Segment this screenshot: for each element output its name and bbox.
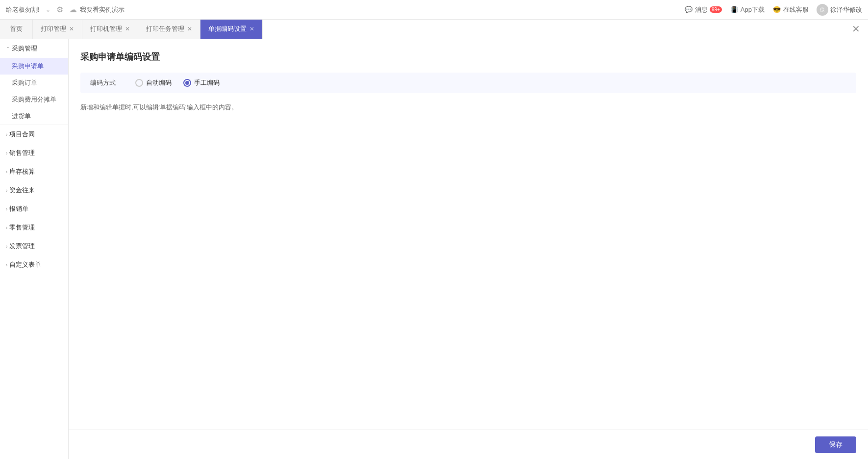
sidebar-item-custom-form[interactable]: › 自定义表单 [0, 255, 68, 274]
sidebar-item-purchase-expense-label: 采购费用分摊单 [12, 96, 56, 103]
download-icon: 📳 [730, 5, 739, 14]
sidebar-item-sales-management-label: 销售管理 [9, 149, 35, 157]
message-button[interactable]: 💬 消息 99+ [684, 5, 722, 14]
chevron-right-icon: › [6, 169, 7, 175]
close-all-tabs-button[interactable]: ✕ [844, 19, 868, 39]
sidebar-item-invoice[interactable]: › 发票管理 [0, 237, 68, 255]
description-text: 新增和编辑单据时,可以编辑'单据编码'输入框中的内容。 [80, 103, 856, 112]
sidebar-item-custom-form-label: 自定义表单 [9, 260, 41, 269]
chevron-right-icon: › [6, 262, 7, 268]
footer-bar: 保存 [69, 430, 868, 459]
chevron-right-icon: › [6, 188, 7, 193]
sidebar-item-project-contract-label: 项目合同 [9, 130, 35, 139]
sidebar-item-inventory-label: 库存核算 [9, 167, 35, 176]
sidebar-item-retail[interactable]: › 零售管理 [0, 218, 68, 237]
radio-manual-code[interactable]: 手工编码 [183, 78, 220, 87]
chevron-right-icon: › [6, 151, 7, 156]
content-inner: 采购申请单编码设置 编码方式 自动编码 手工编码 新增和编辑单据时,可以编辑'单… [69, 39, 868, 430]
tab-printer-management-label: 打印机管理 [90, 25, 122, 33]
top-bar: 给老板勿割! ⌄ ⚙ ☁ 我要看实例演示 💬 消息 99+ 📳 App下载 😎 … [0, 0, 868, 20]
sidebar-item-purchase-order[interactable]: 采购订单 [0, 75, 68, 91]
radio-auto-code[interactable]: 自动编码 [135, 78, 172, 87]
message-icon: 💬 [684, 5, 693, 14]
sidebar-item-retail-label: 零售管理 [9, 223, 35, 232]
user-name: 徐泽华修改 [830, 5, 862, 14]
close-icon[interactable]: ✕ [69, 26, 74, 32]
radio-manual-label: 手工编码 [194, 78, 220, 87]
tab-print-task-management[interactable]: 打印任务管理 ✕ [138, 19, 200, 39]
gear-icon[interactable]: ⚙ [56, 5, 63, 14]
close-icon[interactable]: ✕ [187, 26, 192, 32]
radio-auto-label: 自动编码 [146, 78, 172, 87]
chevron-down-icon[interactable]: ⌄ [46, 6, 50, 13]
sidebar-item-purchase-request-label: 采购申请单 [12, 62, 44, 70]
sidebar-item-purchase-receipt[interactable]: 进货单 [0, 108, 68, 125]
app-download-button[interactable]: 📳 App下载 [730, 5, 765, 14]
chevron-right-icon: › [6, 206, 7, 212]
close-icon[interactable]: ✕ [249, 26, 254, 32]
online-service-button[interactable]: 😎 在线客服 [772, 5, 809, 14]
sidebar-group-purchase: ⌃ 采购管理 采购申请单 采购订单 采购费用分摊单 进货单 [0, 39, 68, 125]
sidebar-item-purchase-request[interactable]: 采购申请单 [0, 58, 68, 75]
chevron-down-icon: ⌃ [6, 46, 10, 51]
sidebar-item-expense-claim[interactable]: › 报销单 [0, 200, 68, 218]
avatar: 徐 [817, 4, 828, 16]
close-icon[interactable]: ✕ [125, 26, 130, 32]
sidebar: ⌃ 采购管理 采购申请单 采购订单 采购费用分摊单 进货单 › 项目合同 › 销… [0, 39, 69, 459]
tab-bar: 首页 打印管理 ✕ 打印机管理 ✕ 打印任务管理 ✕ 单据编码设置 ✕ ✕ [0, 20, 868, 39]
sidebar-item-inventory[interactable]: › 库存核算 [0, 162, 68, 181]
message-label: 消息 [695, 5, 708, 14]
content-area: 采购申请单编码设置 编码方式 自动编码 手工编码 新增和编辑单据时,可以编辑'单… [69, 39, 868, 459]
chevron-right-icon: › [6, 132, 7, 137]
radio-manual-circle [183, 79, 191, 87]
main-layout: ⌃ 采购管理 采购申请单 采购订单 采购费用分摊单 进货单 › 项目合同 › 销… [0, 39, 868, 459]
sidebar-item-purchase-receipt-label: 进货单 [12, 112, 31, 120]
app-title: 给老板勿割! [6, 5, 40, 14]
tab-printer-management[interactable]: 打印机管理 ✕ [82, 19, 138, 39]
tab-print-management[interactable]: 打印管理 ✕ [33, 19, 82, 39]
top-bar-right: 💬 消息 99+ 📳 App下载 😎 在线客服 徐 徐泽华修改 [684, 4, 862, 16]
radio-group: 自动编码 手工编码 [135, 78, 220, 87]
tab-print-management-label: 打印管理 [41, 25, 66, 33]
top-bar-left: 给老板勿割! ⌄ ⚙ ☁ 我要看实例演示 [6, 5, 124, 14]
cloud-icon: ☁ [69, 5, 77, 14]
tab-home-label: 首页 [10, 25, 23, 33]
sidebar-item-invoice-label: 发票管理 [9, 242, 35, 251]
sidebar-item-expense-claim-label: 报销单 [9, 204, 28, 213]
demo-label: 我要看实例演示 [80, 5, 124, 14]
tab-code-settings-label: 单据编码设置 [208, 25, 247, 33]
online-service-label: 在线客服 [783, 5, 809, 14]
radio-auto-circle [135, 79, 143, 87]
headset-icon: 😎 [772, 5, 781, 14]
sidebar-group-purchase-title[interactable]: ⌃ 采购管理 [0, 39, 68, 58]
tab-home[interactable]: 首页 [0, 19, 33, 39]
sidebar-item-purchase-expense[interactable]: 采购费用分摊单 [0, 91, 68, 108]
sidebar-item-funds[interactable]: › 资金往来 [0, 181, 68, 200]
encoding-section: 编码方式 自动编码 手工编码 [80, 73, 856, 93]
save-button[interactable]: 保存 [815, 436, 856, 453]
sidebar-group-purchase-label: 采购管理 [12, 44, 37, 53]
sidebar-item-purchase-order-label: 采购订单 [12, 79, 37, 86]
chevron-right-icon: › [6, 225, 7, 230]
page-title: 采购申请单编码设置 [80, 51, 856, 63]
sidebar-item-project-contract[interactable]: › 项目合同 [0, 125, 68, 144]
message-badge: 99+ [710, 6, 722, 13]
encoding-label: 编码方式 [90, 78, 116, 87]
tab-code-settings[interactable]: 单据编码设置 ✕ [200, 19, 263, 39]
sidebar-item-funds-label: 资金往来 [9, 186, 35, 195]
user-menu[interactable]: 徐 徐泽华修改 [817, 4, 862, 16]
tab-print-task-management-label: 打印任务管理 [146, 25, 184, 33]
sidebar-item-sales-management[interactable]: › 销售管理 [0, 144, 68, 162]
app-download-label: App下载 [741, 5, 765, 14]
demo-banner[interactable]: ☁ 我要看实例演示 [69, 5, 124, 14]
chevron-right-icon: › [6, 244, 7, 249]
